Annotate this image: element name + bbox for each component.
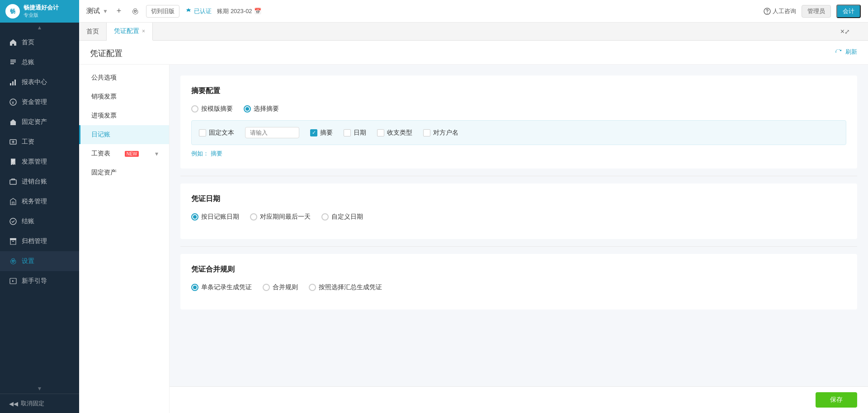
period-display: 账期 2023-02 📅 xyxy=(217,7,261,15)
logo-icon: 畅 xyxy=(5,4,20,19)
pin-icon: ◀◀ xyxy=(9,400,18,407)
svg-rect-10 xyxy=(10,180,16,184)
merge-section: 凭证合并规则 单条记录生成凭证 合并规则 xyxy=(180,254,857,310)
sales-icon xyxy=(9,178,17,186)
reports-icon xyxy=(9,78,17,86)
left-nav-public[interactable]: 公共选项 xyxy=(79,68,169,87)
old-version-button[interactable]: 切到旧版 xyxy=(146,5,179,18)
payroll-expand-arrow: ▾ xyxy=(155,150,158,157)
tabs-bar: 首页 凭证配置 × × ⤢ xyxy=(79,23,868,41)
date-radio-group: 按日记账日期 对应期间最后一天 自定义日期 xyxy=(191,213,846,221)
sidebar-nav: 首页 总账 报表中心 ¥ 资金管理 xyxy=(0,33,79,384)
checkbox-fixed-text[interactable]: 固定文本 xyxy=(199,129,234,137)
radio-custom-date[interactable]: 自定义日期 xyxy=(321,213,363,221)
sidebar-scroll-up[interactable]: ▲ xyxy=(0,23,79,33)
radio-journal-date-circle xyxy=(191,213,198,221)
svg-rect-2 xyxy=(10,63,14,64)
tab-voucher-config[interactable]: 凭证配置 × xyxy=(107,23,153,41)
income-type-checkbox xyxy=(377,129,384,136)
sidebar-item-sales[interactable]: 进销台账 xyxy=(0,172,79,192)
refresh-btn[interactable]: 刷新 xyxy=(835,48,857,61)
radio-period-last-circle xyxy=(250,213,257,221)
checkbox-date[interactable]: 日期 xyxy=(344,129,366,137)
topbar: 测试 ▼ + 切到旧版 已认证 账期 2023-02 📅 人工咨询 管理 xyxy=(79,0,868,23)
right-scroll-wrapper: 摘要配置 按模版摘要 选择摘要 xyxy=(170,65,868,413)
sidebar-item-settings[interactable]: 设置 xyxy=(0,251,79,271)
divider-2 xyxy=(180,246,857,247)
radio-select-circle xyxy=(244,105,251,113)
radio-select-summary[interactable]: 按照选择汇总生成凭证 xyxy=(309,283,382,291)
left-nav-purchase-invoice[interactable]: 进项发票 xyxy=(79,106,169,125)
sidebar-logo: 畅 畅捷通好会计 专业版 xyxy=(0,0,79,23)
consult-btn[interactable]: 人工咨询 xyxy=(764,7,796,15)
left-nav-fixed-assets[interactable]: 固定资产 xyxy=(79,163,169,182)
sidebar-item-ledger[interactable]: 总账 xyxy=(0,52,79,72)
radio-single-record[interactable]: 单条记录生成凭证 xyxy=(191,283,252,291)
counterpart-checkbox xyxy=(423,129,430,136)
svg-rect-4 xyxy=(12,81,14,85)
radio-single-circle xyxy=(191,284,198,291)
company-name: 测试 xyxy=(86,7,100,15)
sidebar-item-archive[interactable]: 归档管理 xyxy=(0,231,79,251)
left-nav: 公共选项 销项发票 进项发票 日记账 工资表 NEW xyxy=(79,65,170,413)
company-selector[interactable]: 测试 ▼ xyxy=(86,7,108,15)
radio-select-abstract[interactable]: 选择摘要 xyxy=(244,105,279,113)
invoices-icon xyxy=(9,158,17,166)
svg-rect-1 xyxy=(10,61,16,62)
checkbox-income-type[interactable]: 收支类型 xyxy=(377,129,412,137)
settings-gear-btn[interactable] xyxy=(130,6,141,17)
sidebar-item-invoices[interactable]: 发票管理 xyxy=(0,152,79,172)
ledger-icon xyxy=(9,58,17,66)
sidebar-item-settlement[interactable]: 结账 xyxy=(0,211,79,231)
abstract-section: 摘要配置 按模版摘要 选择摘要 xyxy=(180,75,857,169)
settlement-icon xyxy=(9,217,17,225)
close-tab-btn[interactable]: × xyxy=(840,28,844,36)
svg-rect-3 xyxy=(10,83,11,85)
tab-home[interactable]: 首页 xyxy=(79,23,107,41)
sidebar-item-reports[interactable]: 报表中心 xyxy=(0,72,79,92)
sidebar-item-home[interactable]: 首页 xyxy=(0,33,79,52)
radio-select-summary-circle xyxy=(309,284,316,291)
radio-period-last[interactable]: 对应期间最后一天 xyxy=(250,213,311,221)
sidebar-scroll-down[interactable]: ▼ xyxy=(0,384,79,394)
archive-icon xyxy=(9,237,17,245)
funds-icon: ¥ xyxy=(9,98,17,106)
divider-1 xyxy=(180,176,857,176)
calendar-icon[interactable]: 📅 xyxy=(254,8,261,14)
add-company-btn[interactable]: + xyxy=(113,6,124,17)
settings-icon xyxy=(9,257,17,265)
svg-rect-0 xyxy=(10,60,16,61)
cancel-fixed-btn[interactable]: ◀◀ 取消固定 xyxy=(0,394,79,413)
abstract-checkbox-row: 固定文本 ✓ 摘要 日期 xyxy=(191,120,846,145)
radio-journal-date[interactable]: 按日记账日期 xyxy=(191,213,239,221)
sidebar-item-wages[interactable]: 工资 xyxy=(0,132,79,152)
sidebar-item-tax[interactable]: 税务管理 xyxy=(0,192,79,211)
tab-close-voucher[interactable]: × xyxy=(142,28,145,34)
sidebar-item-assets[interactable]: 固定资产 xyxy=(0,112,79,132)
abstract-section-title: 摘要配置 xyxy=(191,86,846,96)
abstract-radio-group: 按模版摘要 选择摘要 xyxy=(191,105,846,113)
sidebar-item-guide[interactable]: 新手引导 xyxy=(0,271,79,291)
fixed-text-checkbox xyxy=(199,129,206,136)
radio-template-abstract[interactable]: 按模版摘要 xyxy=(191,105,233,113)
fullscreen-tab-btn[interactable]: ⤢ xyxy=(844,28,850,35)
save-button[interactable]: 保存 xyxy=(816,392,857,408)
wages-icon xyxy=(9,138,17,146)
radio-merge-rules[interactable]: 合并规则 xyxy=(263,283,298,291)
left-nav-sales-invoice[interactable]: 销项发票 xyxy=(79,87,169,106)
page-header: 凭证配置 刷新 xyxy=(79,41,868,65)
page-title: 凭证配置 xyxy=(90,48,123,64)
admin-button[interactable]: 管理员 xyxy=(802,5,831,18)
page-wrapper: 凭证配置 刷新 公共选项 销项发票 xyxy=(79,41,868,413)
accountant-button[interactable]: 会计 xyxy=(836,5,861,18)
main-layout: 公共选项 销项发票 进项发票 日记账 工资表 NEW xyxy=(79,65,868,413)
left-nav-journal[interactable]: 日记账 xyxy=(79,125,169,144)
certified-badge: 已认证 xyxy=(185,7,212,15)
checkbox-abstract[interactable]: ✓ 摘要 xyxy=(310,129,333,137)
checkbox-counterpart[interactable]: 对方户名 xyxy=(423,129,458,137)
sidebar: 畅 畅捷通好会计 专业版 ▲ 首页 总账 xyxy=(0,0,79,413)
left-nav-payroll[interactable]: 工资表 NEW ▾ xyxy=(79,144,169,163)
fixed-text-input[interactable] xyxy=(245,127,299,138)
svg-rect-5 xyxy=(14,80,16,85)
sidebar-item-funds[interactable]: ¥ 资金管理 xyxy=(0,92,79,112)
